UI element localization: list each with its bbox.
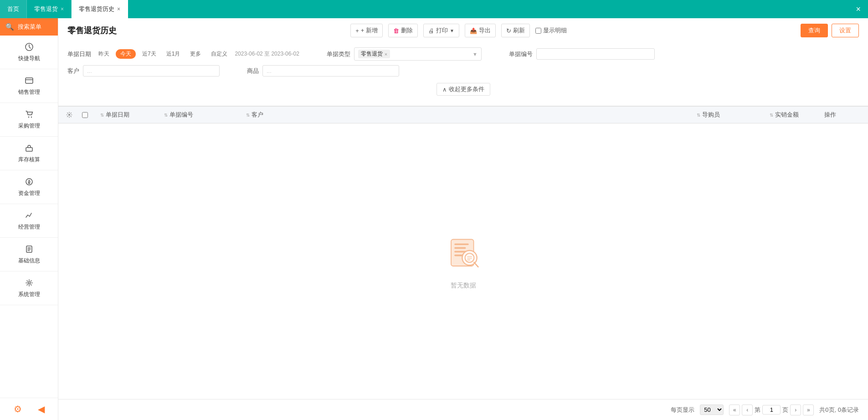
collapse-button[interactable]: ∧ 收起更多条件 [437,83,490,96]
page-title-row: 零售退货历史 + + 新增 🗑 删除 🖨 打印 ▼ [67,24,859,37]
tab-retail-return-close[interactable]: × [61,6,64,12]
date-btn-custom[interactable]: 自定义 [207,49,231,59]
svg-point-3 [31,117,31,118]
purchase-icon [24,109,34,119]
inventory-icon [24,143,34,153]
sidebar-item-purchase[interactable]: 采购管理 [0,103,58,137]
next-page-button[interactable]: › [790,405,801,415]
customer-placeholder: ... [87,67,92,74]
settings-bottom-icon[interactable]: ⚙ [14,404,22,415]
sidebar-search-label: 搜索菜单 [18,23,41,31]
th-customer-label: 客户 [252,111,263,119]
sidebar-item-inventory[interactable]: 库存核算 [0,137,58,170]
first-page-button[interactable]: « [729,405,740,415]
sort-date-icon: ⇅ [100,113,104,118]
customer-filter-item: 客户 ... [67,65,220,77]
th-guide[interactable]: ⇅ 导购员 [697,111,770,119]
doc-num-input[interactable] [536,48,655,60]
pagination: 每页显示 20 50 100 « ‹ 第 页 › » 共0页, 0条记录 [58,399,868,420]
svg-rect-1 [26,78,33,83]
tab-home-label: 首页 [7,5,19,13]
select-all-checkbox[interactable] [82,112,88,118]
sidebar-item-base-info[interactable]: 基础信息 [0,238,58,271]
show-detail-checkbox[interactable]: 显示明细 [535,26,567,35]
th-settings[interactable] [66,111,82,118]
sidebar: 🔍 搜索菜单 快捷导航 销售管理 采购管理 库存核算 [0,18,58,420]
query-button[interactable]: 查询 [801,24,828,37]
prev-page-button[interactable]: ‹ [742,405,753,415]
print-dropdown-icon: ▼ [450,28,454,33]
doc-num-filter-item: 单据编号 [509,48,655,60]
doc-type-tag-remove[interactable]: × [385,51,387,57]
date-btn-today[interactable]: 今天 [116,49,136,59]
system-icon [24,278,34,288]
page-input[interactable] [762,405,781,415]
sidebar-item-finance[interactable]: 资金管理 [0,170,58,204]
menu-bottom-icon[interactable]: ◀ [38,404,45,415]
date-btn-yesterday[interactable]: 昨天 [95,49,113,59]
goods-select[interactable]: ... [262,65,399,77]
page-title: 零售退货历史 [67,25,117,36]
doc-type-tag-label: 零售退货 [361,50,383,58]
toolbar: + + 新增 🗑 删除 🖨 打印 ▼ 📤 导出 [350,24,567,37]
doc-type-label: 单据类型 [327,50,350,58]
doc-num-label: 单据编号 [509,50,533,58]
th-date[interactable]: ⇅ 单据日期 [100,111,164,119]
date-btn-1month[interactable]: 近1月 [163,49,184,59]
th-amount[interactable]: ⇅ 实销金额 [770,111,824,119]
date-btn-more[interactable]: 更多 [186,49,205,59]
th-customer[interactable]: ⇅ 客户 [246,111,697,119]
last-page-button[interactable]: » [803,405,814,415]
filter-row-1: 单据日期 昨天 今天 近7天 近1月 更多 自定义 2023-06-02 至 2… [67,47,859,61]
date-range-display: 2023-06-02 至 2023-06-02 [235,50,299,58]
page-size-select[interactable]: 20 50 100 [700,405,724,415]
doc-type-filter-item: 单据类型 零售退货 × ▼ [327,47,482,61]
delete-button[interactable]: 🗑 删除 [388,24,418,37]
close-window-icon[interactable]: × [856,5,861,14]
show-detail-input[interactable] [535,28,541,34]
action-buttons: 查询 设置 [801,24,859,37]
empty-illustration [443,233,484,274]
tab-home[interactable]: 首页 [0,0,27,18]
sidebar-item-quick-nav-label: 快捷导航 [18,55,40,62]
top-bar: 首页 零售退货 × 零售退货历史 × × [0,0,868,18]
table-container: ⇅ 单据日期 ⇅ 单据编号 ⇅ 客户 ⇅ 导购员 ⇅ 实销金额 [58,106,868,399]
collapse-up-icon: ∧ [442,86,447,93]
th-guide-label: 导购员 [702,111,720,119]
sidebar-search[interactable]: 🔍 搜索菜单 [0,18,58,36]
date-btn-7days[interactable]: 近7天 [139,49,160,59]
doc-type-select[interactable]: 零售退货 × ▼ [354,47,482,61]
sort-customer-icon: ⇅ [246,113,250,118]
refresh-button[interactable]: ↻ 刷新 [501,24,530,37]
delete-label: 删除 [401,26,413,35]
customer-select[interactable]: ... [83,65,220,77]
add-button[interactable]: + + 新增 [350,24,383,37]
collapse-label: 收起更多条件 [449,85,484,93]
add-icon: + [355,27,359,34]
tab-retail-return-history-label: 零售退货历史 [79,5,114,13]
th-checkbox[interactable] [82,112,100,118]
sidebar-item-quick-nav[interactable]: 快捷导航 [0,36,58,69]
goods-label: 商品 [247,67,259,75]
svg-rect-10 [454,243,468,245]
svg-line-16 [474,262,478,266]
setting-button[interactable]: 设置 [832,24,859,37]
tab-retail-return[interactable]: 零售退货 × [27,0,72,18]
tab-retail-return-history-close[interactable]: × [117,6,120,12]
sidebar-item-sales[interactable]: 销售管理 [0,69,58,103]
export-button[interactable]: 📤 导出 [465,24,496,37]
print-button[interactable]: 🖨 打印 ▼ [423,24,459,37]
doc-type-tag: 零售退货 × [358,50,390,58]
th-num[interactable]: ⇅ 单据编号 [164,111,246,119]
table-header: ⇅ 单据日期 ⇅ 单据编号 ⇅ 客户 ⇅ 导购员 ⇅ 实销金额 [58,106,868,123]
total-info: 共0页, 0条记录 [819,406,859,414]
goods-placeholder: ... [267,67,272,74]
page-header: 零售退货历史 + + 新增 🗑 删除 🖨 打印 ▼ [58,18,868,106]
tab-retail-return-history[interactable]: 零售退货历史 × [72,0,128,18]
sidebar-item-operations[interactable]: 经营管理 [0,204,58,238]
print-icon: 🖨 [428,27,434,34]
sidebar-item-base-info-label: 基础信息 [18,257,40,265]
export-icon: 📤 [470,27,477,34]
sidebar-item-system[interactable]: 系统管理 [0,271,58,305]
empty-text: 暂无数据 [451,282,476,290]
